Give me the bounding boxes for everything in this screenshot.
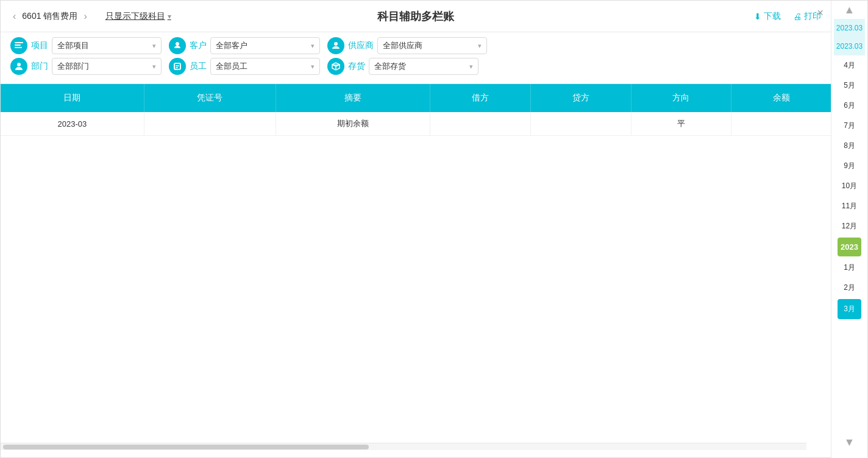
filter-area: 项目 全部项目 ▾ 客户 全部客户 ▾ [1,32,831,84]
right-panel-item-4[interactable]: 6月 [834,96,865,116]
right-panel-item-13[interactable]: 2月 [834,278,865,298]
right-nav-down[interactable]: ▼ [831,433,867,451]
page-title: 科目辅助多栏账 [377,9,454,24]
svg-rect-1 [15,44,21,46]
dept-arrow-icon: ▾ [152,63,156,71]
h-scrollbar-thumb[interactable] [3,445,369,449]
right-panel-item-11[interactable]: 2023 [838,238,861,256]
col-voucher: 凭证号 [144,84,276,112]
customer-icon [169,37,186,54]
supplier-select[interactable]: 全部供应商 ▾ [377,37,487,54]
employee-select[interactable]: 全部员工 ▾ [210,58,320,75]
employee-arrow-icon: ▾ [311,63,315,71]
col-balance: 余额 [731,84,831,112]
table-wrapper[interactable]: 日期 凭证号 摘要 借方 贷方 方向 余额 2023-03期初余额平 [1,84,831,450]
right-panel-item-7[interactable]: 9月 [834,156,865,176]
customer-select[interactable]: 全部客户 ▾ [210,37,320,54]
inventory-arrow-icon: ▾ [469,63,473,71]
download-label: 下载 [764,11,781,22]
download-icon: ⬇ [754,12,761,21]
right-panel-item-12[interactable]: 1月 [834,258,865,278]
inventory-value: 全部存货 [374,61,467,72]
svg-rect-0 [15,42,23,43]
right-panel-item-14[interactable]: 3月 [838,299,861,319]
col-summary: 摘要 [276,84,430,112]
right-panel-item-10[interactable]: 12月 [834,216,865,236]
svg-point-3 [334,42,338,46]
svg-rect-2 [15,47,22,48]
customer-arrow-icon: ▾ [311,42,315,50]
project-select[interactable]: 全部项目 ▾ [52,37,162,54]
nav-prev-button[interactable]: ‹ [10,10,18,23]
data-table: 日期 凭证号 摘要 借方 贷方 方向 余额 2023-03期初余额平 [1,84,831,136]
nav-left: ‹ 6601 销售费用 › 只显示下级科目 ▾ [10,10,171,23]
supplier-label: 供应商 [348,40,374,51]
print-icon: 🖨 [793,12,802,21]
right-panel: ▲ 2023.032023.034月5月6月7月8月9月10月11月12月202… [831,1,867,458]
filter-item-customer: 客户 全部客户 ▾ [169,37,320,54]
cell-debit [430,112,530,136]
supplier-arrow-icon: ▾ [478,42,482,50]
employee-value: 全部员工 [216,61,308,72]
customer-label: 客户 [190,40,207,51]
svg-point-4 [17,63,21,66]
top-bar: ‹ 6601 销售费用 › 只显示下级科目 ▾ 科目辅助多栏账 ⬇ 下载 🖨 打… [1,1,831,32]
right-panel-item-6[interactable]: 8月 [834,136,865,156]
inventory-label: 存货 [348,61,365,72]
inventory-icon [327,58,344,75]
filter-item-inventory: 存货 全部存货 ▾ [327,58,478,75]
content-area: ‹ 6601 销售费用 › 只显示下级科目 ▾ 科目辅助多栏账 ⬇ 下载 🖨 打… [1,1,831,450]
nav-next-button[interactable]: › [81,10,89,23]
filter-item-project: 项目 全部项目 ▾ [10,37,162,54]
filter-item-employee: 员工 全部员工 ▾ [169,58,320,75]
svg-rect-5 [174,63,180,69]
project-icon [10,37,27,54]
account-code: 6601 销售费用 [22,11,77,22]
show-sub-label: 只显示下级科目 [105,11,165,22]
show-sub-dropdown[interactable]: 只显示下级科目 ▾ [105,11,171,22]
right-panel-item-2[interactable]: 4月 [834,55,865,76]
cell-direction: 平 [631,112,731,136]
close-button[interactable]: × [817,7,824,19]
cell-voucher [144,112,276,136]
supplier-icon [327,37,344,54]
project-arrow-icon: ▾ [152,42,156,50]
supplier-value: 全部供应商 [383,40,475,51]
right-panel-item-0[interactable]: 2023.03 [834,19,865,37]
right-nav-up[interactable]: ▲ [831,1,867,19]
h-scrollbar[interactable] [1,443,806,450]
dept-icon [10,58,27,75]
dept-select[interactable]: 全部部门 ▾ [52,58,162,75]
employee-icon [169,58,186,75]
col-debit: 借方 [430,84,530,112]
col-credit: 贷方 [530,84,631,112]
right-panel-item-8[interactable]: 10月 [834,176,865,196]
project-label: 项目 [31,40,48,51]
filter-item-supplier: 供应商 全部供应商 ▾ [327,37,487,54]
cell-date: 2023-03 [1,112,144,136]
right-panel-item-9[interactable]: 11月 [834,196,865,216]
right-panel-item-1[interactable]: 2023.03 [834,37,865,55]
main-window: ‹ 6601 销售费用 › 只显示下级科目 ▾ 科目辅助多栏账 ⬇ 下载 🖨 打… [0,0,868,458]
table-header-row: 日期 凭证号 摘要 借方 贷方 方向 余额 [1,84,831,112]
dept-label: 部门 [31,61,48,72]
download-button[interactable]: ⬇ 下载 [754,11,781,22]
col-direction: 方向 [631,84,731,112]
inventory-select[interactable]: 全部存货 ▾ [369,58,478,75]
top-actions: ⬇ 下载 🖨 打印 [754,11,821,22]
col-date: 日期 [1,84,144,112]
table-row: 2023-03期初余额平 [1,112,831,136]
employee-label: 员工 [190,61,207,72]
right-panel-item-5[interactable]: 7月 [834,116,865,136]
dept-value: 全部部门 [57,61,150,72]
right-panel-item-3[interactable]: 5月 [834,76,865,96]
project-value: 全部项目 [57,40,150,51]
cell-balance [731,112,831,136]
filter-row-1: 项目 全部项目 ▾ 客户 全部客户 ▾ [10,37,821,54]
show-sub-arrow-icon: ▾ [168,12,171,21]
cell-summary: 期初余额 [276,112,430,136]
filter-item-dept: 部门 全部部门 ▾ [10,58,162,75]
filter-row-2: 部门 全部部门 ▾ 员工 全部员 [10,58,821,75]
cell-credit [530,112,631,136]
customer-value: 全部客户 [216,40,308,51]
